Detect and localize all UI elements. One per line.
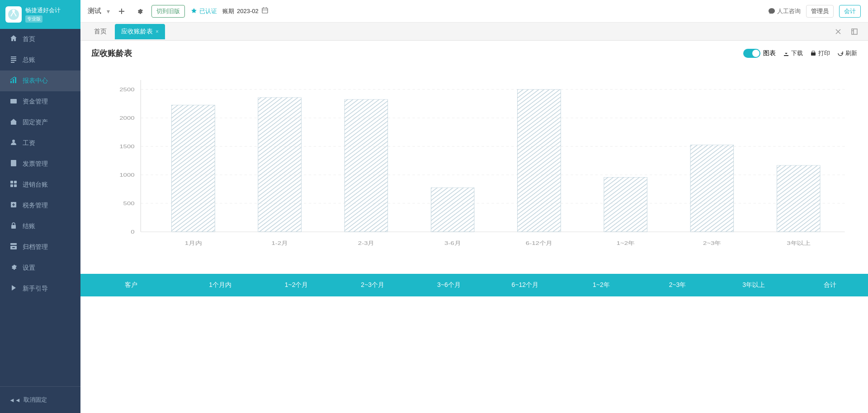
svg-text:1-2月: 1-2月: [272, 240, 288, 246]
sidebar-item-fund[interactable]: 资金管理: [0, 91, 80, 112]
svg-rect-5: [11, 62, 14, 63]
sidebar-item-wage[interactable]: 工资: [0, 133, 80, 154]
page-container: 应收账龄表 图表 下载 打印: [80, 41, 868, 413]
arrow-left-icon: ◄◄: [9, 397, 21, 404]
calendar-icon[interactable]: [261, 7, 269, 15]
svg-rect-4: [11, 60, 16, 61]
svg-text:2-3月: 2-3月: [358, 240, 374, 246]
col-header-2-3y: 2~3年: [639, 274, 716, 296]
tab-close-icon[interactable]: ×: [156, 28, 159, 35]
workspace-title: 测试: [88, 7, 101, 15]
manager-btn[interactable]: 管理员: [806, 5, 834, 18]
svg-rect-55: [518, 89, 561, 232]
svg-rect-6: [10, 81, 12, 83]
sidebar-item-ledger[interactable]: 总账: [0, 50, 80, 70]
svg-text:2500: 2500: [119, 87, 134, 93]
svg-text:0: 0: [131, 229, 134, 235]
svg-text:2~3年: 2~3年: [703, 240, 721, 246]
sidebar-item-invoice[interactable]: 发票管理: [0, 154, 80, 174]
main-area: 测试 ▾ 切到旧版 已认证 账期 2023-02 人工咨询 管理员 会计: [80, 0, 868, 413]
top-nav: 测试 ▾ 切到旧版 已认证 账期 2023-02 人工咨询 管理员 会计: [80, 0, 868, 23]
cancel-fixed-btn[interactable]: ◄◄ 取消固定: [0, 391, 80, 408]
sidebar-item-archive[interactable]: 归档管理: [0, 237, 80, 258]
bar-chart-svg: 0 500 1000 1500 2000 2500: [91, 70, 857, 260]
svg-rect-17: [12, 163, 15, 164]
sidebar-item-tax[interactable]: 税务管理: [0, 195, 80, 216]
svg-rect-18: [12, 164, 14, 165]
col-header-6-12m: 6~12个月: [487, 274, 563, 296]
consultant-btn[interactable]: 人工咨询: [768, 7, 801, 15]
sidebar-item-report[interactable]: 报表中心: [0, 70, 80, 91]
sidebar-item-trade[interactable]: 进销台账: [0, 174, 80, 195]
svg-rect-2: [11, 56, 16, 57]
content-area: 应收账龄表 图表 下载 打印: [80, 41, 868, 413]
svg-rect-19: [10, 181, 13, 183]
svg-rect-31: [852, 29, 857, 34]
report-icon: [9, 76, 18, 85]
home-icon: [9, 35, 18, 44]
svg-rect-26: [10, 243, 17, 245]
app-name-text: 畅捷通好会计 专业版: [25, 6, 61, 23]
settings-icon: [9, 263, 18, 272]
svg-point-1: [12, 9, 15, 12]
col-header-1-2y: 1~2年: [563, 274, 640, 296]
sidebar-item-asset[interactable]: 固定资产: [0, 112, 80, 133]
svg-rect-61: [777, 165, 820, 232]
chart-toggle[interactable]: 图表: [743, 49, 776, 58]
refresh-btn[interactable]: 刷新: [837, 49, 857, 57]
sidebar-item-home[interactable]: 首页: [0, 29, 80, 50]
table-header: 客户 1个月内 1~2个月 2~3个月 3~6个月 6~12个月 1~2年 2~…: [80, 274, 868, 296]
svg-rect-47: [172, 105, 215, 232]
sidebar-item-settings[interactable]: 设置: [0, 258, 80, 278]
svg-rect-32: [811, 52, 816, 56]
settings-gear-button[interactable]: [133, 5, 146, 18]
svg-rect-8: [15, 77, 16, 83]
tab-bar-actions: [832, 25, 861, 38]
sidebar-bottom: ◄◄ 取消固定: [0, 386, 80, 413]
sidebar-logo[interactable]: 畅捷通好会计 专业版: [0, 0, 80, 29]
sidebar-nav: 首页 总账 报表中心 资金管理 固定资产: [0, 29, 80, 386]
sidebar-item-guide[interactable]: 新手引导: [0, 278, 80, 299]
wage-icon: [9, 139, 18, 148]
svg-marker-13: [10, 119, 17, 122]
accountant-btn[interactable]: 会计: [839, 5, 861, 18]
switch-old-version-btn[interactable]: 切到旧版: [151, 5, 185, 18]
svg-rect-53: [431, 188, 474, 232]
svg-rect-16: [12, 161, 15, 162]
tab-home[interactable]: 首页: [88, 24, 113, 39]
svg-text:1500: 1500: [119, 144, 134, 150]
toggle-label: 图表: [763, 49, 776, 57]
svg-text:3年以上: 3年以上: [787, 240, 810, 246]
svg-text:1~2年: 1~2年: [617, 240, 635, 246]
svg-point-25: [13, 226, 14, 228]
svg-text:3-6月: 3-6月: [444, 240, 461, 246]
svg-rect-57: [604, 177, 647, 232]
chart-area: 0 500 1000 1500 2000 2500: [80, 66, 868, 269]
svg-text:1月内: 1月内: [185, 240, 202, 246]
archive-icon: [9, 243, 18, 252]
close-accounts-icon: [9, 222, 18, 231]
asset-icon: [9, 118, 18, 127]
svg-rect-21: [10, 184, 13, 187]
period-info: 账期 2023-02: [222, 7, 269, 15]
svg-point-14: [12, 140, 15, 142]
svg-rect-28: [12, 247, 15, 248]
page-title: 应收账龄表: [91, 48, 132, 59]
svg-rect-7: [13, 79, 14, 83]
sidebar-item-close-accounts[interactable]: 结账: [0, 216, 80, 237]
col-header-1m: 1个月内: [182, 274, 259, 296]
svg-rect-49: [258, 98, 302, 232]
guide-icon: [9, 284, 18, 293]
print-btn[interactable]: 打印: [810, 49, 830, 57]
tab-aging-report[interactable]: 应收账龄表 ×: [115, 24, 165, 39]
chevron-down-icon[interactable]: ▾: [107, 8, 110, 15]
add-button[interactable]: [115, 5, 128, 18]
chart-wrapper: 0 500 1000 1500 2000 2500: [91, 70, 857, 260]
tab-close-all-btn[interactable]: [832, 25, 844, 38]
tab-expand-btn[interactable]: [848, 25, 861, 38]
certified-badge: 已认证: [190, 7, 217, 15]
col-header-3y-plus: 3年以上: [716, 274, 792, 296]
toggle-track[interactable]: [743, 49, 760, 58]
download-btn[interactable]: 下载: [783, 49, 803, 57]
trade-icon: [9, 180, 18, 189]
